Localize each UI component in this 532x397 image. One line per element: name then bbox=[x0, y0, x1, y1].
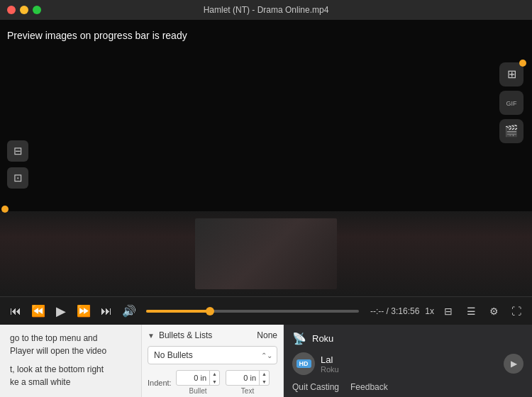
subtitles-button[interactable]: ⊟ bbox=[7, 140, 28, 162]
right-toolbar: ⊞ GIF 🎬 bbox=[499, 62, 523, 143]
thumbnails-button[interactable]: ⊞ bbox=[499, 62, 523, 86]
user-avatar: HD bbox=[292, 352, 315, 375]
bullets-header: ▼ Bullets & Lists None bbox=[148, 330, 277, 340]
playback-controls: ⏮ ⏪ ▶ ⏩ ⏭ 🔊 --:-- / 3:16:56 1x ⊟ ☰ ⚙ ⛶ bbox=[0, 296, 532, 325]
indent-inputs: 0 in ▲ ▼ Bullet 0 in ▲ ▼ bbox=[176, 370, 270, 395]
hd-badge: HD bbox=[297, 359, 311, 368]
notification-badge bbox=[519, 60, 526, 67]
window-controls[interactable] bbox=[7, 6, 41, 14]
text-indent-input[interactable]: 0 in ▲ ▼ bbox=[226, 370, 270, 386]
right-panel: 📡 Roku HD Lal Roku ▶ Quit Casting Feedba… bbox=[284, 325, 532, 397]
gif-button[interactable]: GIF bbox=[499, 91, 523, 115]
help-text-line1: go to the top menu and Player will open … bbox=[10, 332, 131, 357]
clip-button[interactable]: 🎬 bbox=[499, 119, 523, 143]
bullet-decrement-button[interactable]: ▼ bbox=[210, 378, 219, 386]
cast-icon: 📡 bbox=[292, 332, 306, 345]
roku-title: Roku bbox=[312, 333, 333, 344]
text-increment-button[interactable]: ▲ bbox=[260, 370, 269, 378]
roku-user-name: Lal bbox=[321, 354, 498, 365]
play-pause-button[interactable]: ▶ bbox=[52, 303, 70, 319]
select-dropdown-icon: ⌃⌄ bbox=[261, 352, 272, 359]
indent-label: Indent: bbox=[148, 379, 173, 387]
thumbnail-image bbox=[0, 211, 532, 296]
quit-casting-button[interactable]: Quit Casting bbox=[292, 382, 339, 392]
skip-forward-button[interactable]: ⏭ bbox=[98, 305, 115, 318]
roku-user-info: Lal Roku bbox=[321, 354, 498, 374]
bullets-panel-title: Bullets & Lists bbox=[159, 330, 212, 340]
bullet-sub-label: Bullet bbox=[189, 387, 206, 395]
roku-user-subtitle: Roku bbox=[321, 365, 498, 374]
video-player: Preview images on progress bar is ready … bbox=[0, 20, 532, 296]
text-indent-col: 0 in ▲ ▼ Text bbox=[226, 370, 270, 395]
gif-label: GIF bbox=[506, 100, 517, 107]
skip-back-button[interactable]: ⏮ bbox=[7, 305, 24, 318]
volume-button[interactable]: 🔊 bbox=[121, 304, 138, 318]
text-sub-label: Text bbox=[241, 387, 254, 395]
progress-position-dot bbox=[1, 206, 9, 213]
roku-popup-header: 📡 Roku bbox=[292, 332, 523, 345]
roku-popup: 📡 Roku HD Lal Roku ▶ Quit Casting Feedba… bbox=[284, 325, 532, 397]
help-text-line2: t, look at the bottom right ke a small w… bbox=[10, 363, 131, 388]
bullet-style-select[interactable]: No Bullets ⌃⌄ bbox=[148, 346, 277, 364]
preview-status-text: Preview images on progress bar is ready bbox=[7, 30, 187, 41]
settings-button[interactable]: ⚙ bbox=[485, 306, 502, 317]
chapters-icon: ⊡ bbox=[13, 172, 23, 184]
bullet-increment-button[interactable]: ▲ bbox=[210, 370, 219, 378]
bullet-indent-input[interactable]: 0 in ▲ ▼ bbox=[176, 370, 220, 386]
roku-user-row: HD Lal Roku ▶ bbox=[292, 352, 523, 375]
left-toolbar: ⊟ ⊡ bbox=[7, 140, 28, 189]
feedback-button[interactable]: Feedback bbox=[350, 382, 388, 392]
progress-bar[interactable] bbox=[146, 310, 359, 313]
titlebar: Hamlet (NT) - Drama Online.mp4 bbox=[0, 0, 532, 20]
bullets-lists-panel: ▼ Bullets & Lists None No Bullets ⌃⌄ Ind… bbox=[142, 325, 284, 397]
video-thumbnail-area bbox=[0, 211, 532, 296]
clip-icon: 🎬 bbox=[504, 125, 519, 137]
roku-actions: Quit Casting Feedback bbox=[292, 382, 523, 392]
bullet-style-value: No Bullets bbox=[154, 350, 193, 360]
thumbnails-icon: ⊞ bbox=[507, 69, 516, 80]
bullet-indent-col: 0 in ▲ ▼ Bullet bbox=[176, 370, 220, 395]
progress-fill bbox=[146, 310, 210, 313]
collapse-arrow-icon[interactable]: ▼ bbox=[148, 332, 155, 340]
speed-button[interactable]: 1x bbox=[425, 306, 434, 316]
text-indent-spinners[interactable]: ▲ ▼ bbox=[259, 370, 269, 386]
bullet-indent-value: 0 in bbox=[177, 374, 209, 382]
bottom-panel: go to the top menu and Player will open … bbox=[0, 325, 532, 397]
roku-play-button[interactable]: ▶ bbox=[504, 354, 523, 374]
fast-forward-button[interactable]: ⏩ bbox=[75, 304, 92, 318]
help-text-panel: go to the top menu and Player will open … bbox=[0, 325, 142, 397]
progress-handle[interactable] bbox=[206, 307, 214, 315]
rewind-button[interactable]: ⏪ bbox=[30, 304, 47, 318]
time-display: --:-- / 3:16:56 bbox=[370, 306, 419, 316]
subtitles-toggle-button[interactable]: ⊟ bbox=[440, 306, 457, 317]
thumbnail-figure bbox=[195, 218, 337, 289]
fullscreen-button[interactable]: ⛶ bbox=[508, 306, 525, 317]
minimize-button[interactable] bbox=[20, 6, 28, 14]
subtitles-icon: ⊟ bbox=[13, 145, 23, 157]
indent-row: Indent: 0 in ▲ ▼ Bullet 0 in bbox=[148, 370, 277, 395]
text-indent-value: 0 in bbox=[226, 374, 259, 382]
bullet-indent-spinners[interactable]: ▲ ▼ bbox=[209, 370, 219, 386]
playlist-button[interactable]: ☰ bbox=[462, 306, 480, 317]
maximize-button[interactable] bbox=[33, 6, 41, 14]
chapters-button[interactable]: ⊡ bbox=[7, 167, 28, 189]
text-decrement-button[interactable]: ▼ bbox=[260, 378, 269, 386]
close-button[interactable] bbox=[7, 6, 16, 14]
window-title: Hamlet (NT) - Drama Online.mp4 bbox=[204, 5, 329, 15]
bullets-current-value: None bbox=[257, 330, 277, 340]
